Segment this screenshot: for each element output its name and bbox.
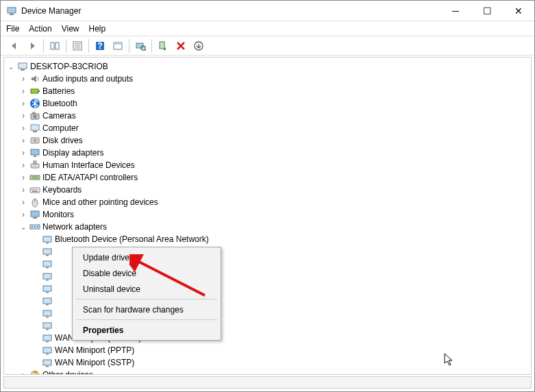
- network-adapter-icon: [42, 258, 53, 269]
- network-adapter-icon: [42, 295, 53, 306]
- svg-rect-38: [34, 189, 35, 191]
- expand-icon[interactable]: [19, 210, 27, 219]
- network-adapter-icon: [42, 308, 53, 319]
- tree-category[interactable]: Bluetooth: [4, 97, 531, 110]
- svg-rect-61: [43, 310, 51, 316]
- svg-rect-26: [33, 131, 37, 132]
- back-button[interactable]: [6, 38, 23, 53]
- action-button[interactable]: [110, 38, 126, 53]
- cursor-icon: [444, 353, 455, 369]
- menu-disable-device[interactable]: Disable device: [75, 265, 219, 281]
- svg-rect-55: [43, 273, 51, 279]
- svg-rect-48: [37, 226, 38, 228]
- tree-category-network[interactable]: Network adapters: [4, 221, 531, 233]
- tree-category-label: Monitors: [42, 210, 74, 219]
- expand-icon[interactable]: [7, 63, 15, 71]
- expand-icon[interactable]: [19, 136, 27, 145]
- audio-icon: [29, 73, 40, 84]
- kbd-icon: [29, 184, 40, 195]
- menu-properties[interactable]: Properties: [75, 322, 219, 338]
- forward-button[interactable]: [24, 38, 40, 53]
- svg-rect-57: [43, 286, 51, 291]
- help-button[interactable]: ?: [92, 38, 108, 53]
- menu-scan-hardware[interactable]: Scan for hardware changes: [75, 302, 219, 317]
- svg-text:?: ?: [33, 370, 38, 375]
- pc-icon: [29, 123, 40, 134]
- tree-category[interactable]: Computer: [4, 122, 531, 134]
- svg-rect-70: [46, 366, 49, 367]
- tree-category-label: Disk drives: [42, 136, 83, 145]
- expand-icon[interactable]: [19, 173, 27, 182]
- tree-root[interactable]: DESKTOP-B3CRIOB: [4, 60, 531, 73]
- svg-rect-0: [8, 8, 16, 13]
- status-bar: [3, 376, 532, 389]
- tree-category[interactable]: Audio inputs and outputs: [4, 73, 531, 85]
- tree-category[interactable]: Human Interface Devices: [4, 159, 531, 171]
- menu-uninstall-device[interactable]: Uninstall device: [75, 281, 219, 297]
- scan-hardware-button[interactable]: [132, 38, 149, 53]
- tree-category[interactable]: Cameras: [4, 110, 531, 122]
- computer-icon: [17, 61, 28, 72]
- tree-category-label: Keyboards: [42, 185, 82, 195]
- expand-icon[interactable]: [19, 160, 27, 170]
- app-icon: [6, 5, 17, 16]
- svg-rect-63: [43, 323, 51, 328]
- expand-icon[interactable]: [19, 74, 27, 84]
- expand-icon[interactable]: [19, 185, 27, 195]
- expand-icon[interactable]: [19, 123, 27, 133]
- tree-category-label: IDE ATA/ATAPI controllers: [42, 173, 138, 182]
- disable-device-button[interactable]: [173, 38, 189, 53]
- uninstall-device-button[interactable]: [190, 38, 207, 53]
- properties-button[interactable]: [69, 38, 86, 53]
- menu-file[interactable]: File: [6, 24, 19, 34]
- menu-update-driver[interactable]: Update driver: [75, 249, 219, 265]
- camera-icon: [29, 110, 40, 121]
- svg-rect-20: [38, 90, 40, 92]
- svg-line-14: [145, 49, 146, 51]
- svg-rect-12: [136, 43, 143, 48]
- menu-action[interactable]: Action: [29, 24, 51, 34]
- tree-category[interactable]: Monitors: [4, 208, 531, 221]
- network-adapter-icon: [42, 246, 53, 257]
- expand-icon[interactable]: [19, 223, 27, 231]
- network-adapter-icon: [42, 320, 53, 331]
- tree-device[interactable]: Bluetooth Device (Personal Area Network): [4, 233, 531, 245]
- svg-rect-66: [46, 341, 49, 343]
- tree-category-label: Computer: [42, 123, 79, 133]
- tree-category[interactable]: Mice and other pointing devices: [4, 196, 531, 208]
- network-adapter-icon: [42, 271, 53, 282]
- expand-icon[interactable]: [19, 99, 27, 108]
- tree-category[interactable]: Disk drives: [4, 134, 531, 147]
- tree-category-label: Mice and other pointing devices: [42, 197, 158, 207]
- svg-rect-51: [43, 249, 51, 254]
- network-adapter-icon: [42, 332, 53, 343]
- svg-rect-30: [34, 156, 36, 157]
- expand-icon[interactable]: [19, 86, 27, 96]
- close-button[interactable]: ✕: [503, 1, 534, 21]
- expand-icon[interactable]: [19, 148, 27, 158]
- svg-rect-32: [34, 161, 36, 164]
- menu-help[interactable]: Help: [89, 24, 106, 34]
- tree-category-label: Cameras: [42, 111, 76, 121]
- tree-category-other[interactable]: ? Other devices: [4, 369, 531, 375]
- maximize-button[interactable]: ☐: [471, 1, 503, 21]
- tree-category[interactable]: Display adapters: [4, 147, 531, 159]
- menu-view[interactable]: View: [62, 24, 79, 34]
- context-menu: Update driver Disable device Uninstall d…: [72, 247, 221, 341]
- show-hide-console-button[interactable]: [47, 38, 63, 53]
- expand-icon[interactable]: [19, 370, 27, 375]
- mon-icon: [29, 209, 40, 220]
- tree-category-label: Audio inputs and outputs: [42, 74, 133, 84]
- tree-category[interactable]: Keyboards: [4, 184, 531, 196]
- expand-icon[interactable]: [19, 197, 27, 207]
- svg-rect-43: [31, 211, 39, 217]
- svg-rect-52: [46, 255, 49, 256]
- minimize-button[interactable]: ─: [440, 1, 471, 21]
- svg-rect-58: [46, 292, 49, 293]
- svg-rect-67: [43, 347, 51, 353]
- tree-category[interactable]: IDE ATA/ATAPI controllers: [4, 171, 531, 184]
- enable-device-button[interactable]: [155, 38, 171, 53]
- svg-rect-19: [31, 89, 38, 93]
- expand-icon[interactable]: [19, 111, 27, 121]
- tree-category[interactable]: Batteries: [4, 85, 531, 97]
